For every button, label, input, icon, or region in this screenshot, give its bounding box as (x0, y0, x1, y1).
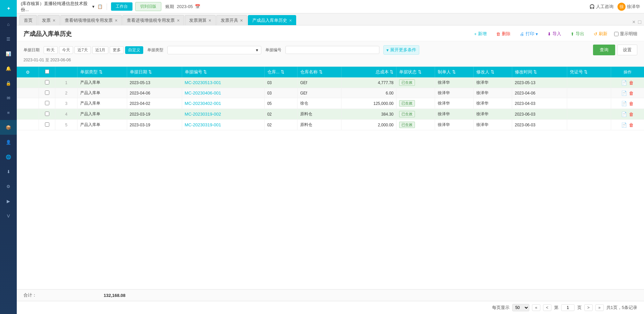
th-status[interactable]: 单据状态 ⇅ (396, 67, 435, 77)
next-page-button[interactable]: > (584, 304, 593, 311)
row-edit-btn-3[interactable]: 📄 (621, 112, 627, 117)
first-page-button[interactable]: « (532, 304, 540, 311)
row-edit-btn-4[interactable]: 📄 (621, 122, 627, 128)
tab-invoice-close[interactable]: × (53, 18, 55, 23)
delete-button[interactable]: 🗑 删除 (493, 29, 513, 38)
tab-view-input-close[interactable]: × (177, 18, 179, 23)
row-num-link-3[interactable]: MC-20230319-002 (185, 112, 221, 117)
row-check-3[interactable] (39, 109, 55, 120)
row-num-4[interactable]: MC-20230319-001 (182, 120, 264, 130)
th-total-cost[interactable]: 总成本 ⇅ (341, 67, 396, 77)
print-button[interactable]: 🖨 打印 ▾ (517, 29, 541, 38)
page-number-input[interactable] (561, 304, 575, 311)
row-edit-btn-1[interactable]: 📄 (621, 90, 627, 96)
refresh-button[interactable]: ↺ 刷新 (591, 29, 610, 38)
sidebar-item-download[interactable]: ⬇ (0, 164, 17, 179)
tab-calc-close[interactable]: × (209, 18, 211, 23)
sidebar-item-list[interactable]: ≡ (0, 105, 17, 120)
sidebar-item-mail[interactable]: ✉ (0, 90, 17, 105)
sidebar-item-gear[interactable]: ⚙ (0, 179, 17, 194)
row-checkbox-0[interactable] (45, 80, 49, 84)
row-check-0[interactable] (39, 77, 55, 88)
row-checkbox-2[interactable] (45, 101, 49, 105)
row-edit-btn-0[interactable]: 📄 (621, 80, 627, 85)
tab-view-output[interactable]: 查看销项增值税专用发票 × (60, 15, 122, 25)
row-num-2[interactable]: MC-20230402-001 (182, 98, 264, 109)
search-button[interactable]: 查询 (593, 45, 615, 55)
sidebar-item-docs[interactable]: ☰ (0, 32, 17, 46)
row-edit-btn-2[interactable]: 📄 (621, 101, 627, 106)
row-num-3[interactable]: MC-20230319-002 (182, 109, 264, 120)
last-page-button[interactable]: » (595, 304, 604, 311)
row-num-link-4[interactable]: MC-20230319-001 (185, 122, 221, 127)
tab-product-history-close[interactable]: × (289, 18, 292, 23)
sidebar-item-home[interactable]: ⌂ (0, 17, 17, 32)
tabbar-maximize[interactable]: □ (638, 19, 641, 25)
row-delete-btn-3[interactable]: 🗑 (629, 112, 634, 117)
sidebar-item-box[interactable]: 📦 (0, 120, 17, 135)
prev-page-button[interactable]: < (543, 304, 551, 311)
per-page-select[interactable]: 50 20 100 (512, 304, 529, 311)
th-check[interactable] (39, 67, 55, 77)
import-button[interactable]: ⬇ 导入 (545, 29, 564, 38)
num-filter-input[interactable] (285, 46, 379, 54)
tab-product-history[interactable]: 产成品入库单历史 × (248, 15, 296, 25)
row-checkbox-1[interactable] (45, 90, 49, 95)
th-warehouse-code[interactable]: 仓库... ⇅ (264, 67, 297, 77)
th-modifier[interactable]: 修改人 ⇅ (473, 67, 512, 77)
date-btn-today[interactable]: 今天 (59, 46, 73, 54)
sidebar-item-globe[interactable]: 🌐 (0, 149, 17, 164)
expand-filter-button[interactable]: ▾ 展开更多条件 (383, 45, 419, 55)
th-settings[interactable]: ⚙ (17, 67, 39, 77)
row-check-4[interactable] (39, 120, 55, 130)
tab-open-close[interactable]: × (240, 18, 243, 23)
select-all-checkbox[interactable] (45, 69, 49, 74)
row-num-link-0[interactable]: MC-20230513-001 (185, 80, 221, 85)
sidebar-item-lock[interactable]: 🔒 (0, 76, 17, 90)
export-button[interactable]: ⬆ 导出 (568, 29, 587, 38)
calendar-icon[interactable]: 📅 (195, 4, 200, 9)
tab-view-output-close[interactable]: × (115, 18, 117, 23)
sidebar-item-alert[interactable]: 🔔 (0, 61, 17, 76)
row-check-1[interactable] (39, 88, 55, 98)
th-date[interactable]: 单据日期 ⇅ (127, 67, 182, 77)
row-num-0[interactable]: MC-20230513-001 (182, 77, 264, 88)
row-checkbox-4[interactable] (45, 122, 49, 127)
sidebar-item-person[interactable]: 👤 (0, 135, 17, 149)
show-detail-toggle[interactable]: 显示明细 (614, 31, 637, 37)
user-menu[interactable]: 徐 徐泽华 (618, 3, 640, 11)
row-num-1[interactable]: MC-20230406-001 (182, 88, 264, 98)
company-dropdown-icon[interactable]: ▾ (92, 4, 95, 9)
th-voucher[interactable]: 凭证号 ⇅ (567, 67, 611, 77)
sidebar-item-play[interactable]: ▶ (0, 194, 17, 208)
row-delete-btn-4[interactable]: 🗑 (629, 122, 634, 128)
tab-invoice[interactable]: 发票 × (38, 15, 60, 25)
tab-view-input[interactable]: 查看进项增值税专用发票 × (122, 15, 184, 25)
workbench-button[interactable]: 工作台 (111, 2, 132, 11)
reset-button[interactable]: 设置 (617, 45, 637, 55)
date-btn-custom[interactable]: 自定义 (125, 46, 143, 54)
tab-open[interactable]: 发票开具 × (216, 15, 247, 25)
date-btn-7days[interactable]: 近7天 (74, 46, 91, 54)
row-delete-btn-2[interactable]: 🗑 (629, 101, 634, 106)
show-detail-checkbox[interactable] (614, 32, 619, 36)
th-modify-time[interactable]: 修改时间 ⇅ (512, 67, 567, 77)
date-btn-1month[interactable]: 近1月 (92, 46, 109, 54)
switch-version-button[interactable]: 切到旧版 (135, 2, 161, 11)
sidebar-item-v[interactable]: V (0, 208, 17, 223)
th-creator[interactable]: 制单人 ⇅ (435, 67, 474, 77)
th-type[interactable]: 单据类型 ⇅ (77, 67, 127, 77)
copy-icon[interactable]: 📋 (97, 4, 103, 9)
date-btn-yesterday[interactable]: 昨天 (44, 46, 58, 54)
th-num[interactable]: 单据编号 ⇅ (182, 67, 264, 77)
sidebar-item-chart[interactable]: 📊 (0, 46, 17, 61)
row-num-link-1[interactable]: MC-20230406-001 (185, 90, 221, 96)
add-button[interactable]: + 新增 (471, 29, 489, 38)
tab-home[interactable]: 首页 (19, 15, 37, 25)
row-check-2[interactable] (39, 98, 55, 109)
tab-calc[interactable]: 发票测算 × (185, 15, 216, 25)
type-filter-select[interactable]: ▾ (167, 46, 261, 54)
tabbar-close-all[interactable]: × (632, 19, 635, 25)
row-checkbox-3[interactable] (45, 112, 49, 116)
help-button[interactable]: 🎧 人工咨询 (589, 4, 613, 10)
